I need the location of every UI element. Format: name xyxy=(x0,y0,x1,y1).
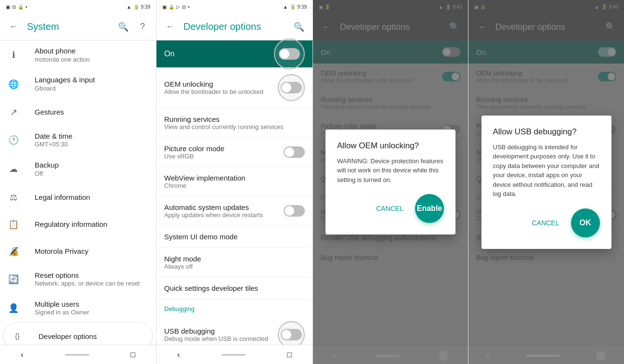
settings-item-regulatory[interactable]: 📋 Regulatory information xyxy=(0,211,156,238)
nightmode-title: Night mode xyxy=(164,255,305,263)
usb-toggle[interactable] xyxy=(281,329,302,340)
usb-toggle-highlight xyxy=(278,321,305,345)
dev-item-quicksettings[interactable]: Quick settings developer tiles xyxy=(156,277,312,299)
help-button[interactable]: ? xyxy=(137,21,148,33)
dev-item-nightmode[interactable]: Night mode Always off xyxy=(156,248,312,277)
copy2-icon: ⊟ xyxy=(182,4,186,10)
picture-toggle[interactable] xyxy=(284,146,305,158)
back-nav2-icon[interactable]: ‹ xyxy=(177,351,180,359)
picture-sub: Use sRGB xyxy=(164,153,284,160)
users-sub: Signed in as Owner xyxy=(35,309,148,317)
battery2-icon: 🔋 xyxy=(290,4,296,10)
oem-toggle[interactable] xyxy=(281,82,302,93)
quicksettings-title: Quick settings developer tiles xyxy=(164,284,305,292)
sim2-icon: ▣ xyxy=(162,4,167,10)
users-title: Multiple users xyxy=(35,299,148,309)
square-nav2-icon[interactable]: □ xyxy=(287,351,292,359)
uidemo-title: System UI demo mode xyxy=(164,233,305,241)
dev-item-running[interactable]: Running services View and control curren… xyxy=(156,108,312,138)
settings-item-gestures[interactable]: ↗ Gestures xyxy=(0,99,156,126)
wifi2-icon: ▲ xyxy=(283,4,288,10)
developer-options-panel: ▣ 🔒 ▷ ⊟ • ▲ 🔋 9:39 ← Developer options 🔍… xyxy=(156,0,313,364)
autoupdate-toggle[interactable] xyxy=(284,205,305,217)
settings-item-motorola-privacy[interactable]: 🔏 Motorola Privacy xyxy=(0,238,156,265)
dev-item-picture[interactable]: Picture color mode Use sRGB xyxy=(156,138,312,167)
settings-item-developer[interactable]: {} Developer options xyxy=(4,323,152,345)
dev-item-oem[interactable]: OEM unlocking Allow the bootloader to be… xyxy=(156,67,312,108)
privacy-title: Motorola Privacy xyxy=(35,247,148,256)
oem-dialog-overlay: Allow OEM unlocking? WARNING: Device pro… xyxy=(313,0,468,364)
oem-cancel-button[interactable]: Cancel xyxy=(368,201,411,216)
reset-title: Reset options xyxy=(35,271,148,280)
developer-options-oem-dialog-panel: ▣ 🔋 ▲ 🔋 9:41 ← Developer options 🔍 On OE… xyxy=(313,0,468,364)
webview-title: WebView implementation xyxy=(164,174,305,182)
debugging-label: Debugging xyxy=(156,299,312,314)
dev-back-button[interactable]: ← xyxy=(164,21,176,33)
datetime-title: Date & time xyxy=(35,131,148,141)
back-nav-icon[interactable]: ‹ xyxy=(21,351,23,359)
info-icon: ℹ xyxy=(8,49,19,61)
dev-item-autoupdate[interactable]: Automatic system updates Apply updates w… xyxy=(156,196,312,226)
backup-title: Backup xyxy=(35,160,148,170)
dev-item-webview[interactable]: WebView implementation Chrome xyxy=(156,167,312,196)
settings-item-users[interactable]: 👤 Multiple users Signed in as Owner xyxy=(0,294,156,323)
oem-enable-button[interactable]: Enable xyxy=(415,194,444,223)
time-display: 9:39 xyxy=(141,4,150,10)
dev-master-toggle[interactable] xyxy=(279,48,300,60)
usb-dialog-title: Allow USB debugging? xyxy=(493,127,600,137)
oem-toggle-highlight2 xyxy=(278,74,305,101)
dev-on-bar: On xyxy=(156,40,312,67)
developer-options-usb-dialog-panel: ▣ 🔒 ▲ 🔋 8:40 ← Developer options 🔍 On OE… xyxy=(468,0,624,364)
search-button[interactable]: 🔍 xyxy=(117,21,129,33)
regulatory-icon: 📋 xyxy=(8,219,19,230)
usb-dialog: Allow USB debugging? USB debugging is in… xyxy=(481,116,611,249)
language-title: Languages & input xyxy=(35,75,148,85)
backup-icon: ☁ xyxy=(8,163,19,175)
dev-app-bar-title: Developer options xyxy=(183,21,286,32)
status-bar-2: ▣ 🔒 ▷ ⊟ • ▲ 🔋 9:39 xyxy=(156,0,312,13)
developer-icon: {} xyxy=(12,330,23,342)
status-bar-1: ▣ ⊟ 🔒 • ▲ 🔋 9:39 xyxy=(0,0,156,13)
running-sub: View and control currently running servi… xyxy=(164,123,305,130)
lock2-icon: 🔒 xyxy=(169,4,174,10)
security-icon: 🔒 xyxy=(18,4,24,10)
back-button[interactable]: ← xyxy=(8,21,19,33)
legal-icon: ⚖ xyxy=(8,192,19,203)
users-icon: 👤 xyxy=(8,302,19,314)
gestures-icon: ↗ xyxy=(8,106,19,118)
square-nav-icon[interactable]: □ xyxy=(130,351,135,359)
settings-item-backup[interactable]: ☁ Backup Off xyxy=(0,155,156,183)
dev-search-button[interactable]: 🔍 xyxy=(293,21,305,33)
battery-icon: 🔋 xyxy=(133,4,139,10)
settings-item-reset[interactable]: 🔄 Reset options Network, apps, or device… xyxy=(0,265,156,294)
developer-title: Developer options xyxy=(39,332,144,341)
dev-item-uidemo[interactable]: System UI demo mode xyxy=(156,226,312,248)
dot-icon: • xyxy=(26,4,27,10)
notification-icons-2: ▣ 🔒 ▷ ⊟ • xyxy=(162,4,190,10)
dev-options-list: OEM unlocking Allow the bootloader to be… xyxy=(156,67,312,345)
usb-cancel-button[interactable]: Cancel xyxy=(524,215,567,231)
settings-item-datetime[interactable]: 🕐 Date & time GMT+05:30 xyxy=(0,126,156,155)
home-indicator-2 xyxy=(221,354,246,356)
play2-icon: ▷ xyxy=(176,4,180,10)
settings-item-language[interactable]: 🌐 Languages & input Gboard xyxy=(0,69,156,98)
oem-dialog: Allow OEM unlocking? WARNING: Device pro… xyxy=(325,130,455,235)
legal-title: Legal information xyxy=(35,193,148,202)
oem-sub: Allow the bootloader to be unlocked xyxy=(164,88,278,95)
dev-item-usb[interactable]: USB debugging Debug mode when USB is con… xyxy=(156,314,312,345)
settings-item-legal[interactable]: ⚖ Legal information xyxy=(0,184,156,211)
picture-title: Picture color mode xyxy=(164,144,284,153)
usb-ok-button[interactable]: OK xyxy=(571,208,600,237)
oem-toggle-highlight xyxy=(274,39,305,69)
gestures-title: Gestures xyxy=(35,107,148,117)
toggle-thumb xyxy=(280,49,289,59)
bottom-nav-2: ‹ □ xyxy=(156,345,312,364)
running-title: Running services xyxy=(164,115,305,123)
regulatory-title: Regulatory information xyxy=(35,220,148,229)
autoupdate-title: Automatic system updates xyxy=(164,203,284,211)
settings-item-about[interactable]: ℹ About phone motorola one action xyxy=(0,40,156,69)
usb-dialog-overlay: Allow USB debugging? USB debugging is in… xyxy=(468,0,624,364)
system-icons: ▲ 🔋 9:39 xyxy=(127,4,150,10)
reset-icon: 🔄 xyxy=(8,273,19,285)
usb-dialog-actions: Cancel OK xyxy=(493,208,600,237)
